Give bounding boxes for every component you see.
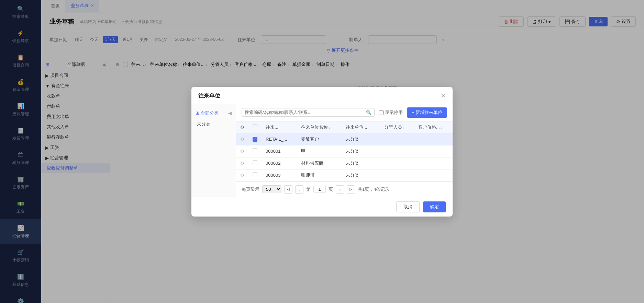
row-category: 未分类: [342, 157, 380, 169]
row-manager: [380, 145, 414, 157]
page-input[interactable]: [313, 186, 326, 193]
page-label: 页: [329, 186, 333, 193]
page-word: 第: [306, 186, 311, 193]
row-settings: ⚙: [236, 145, 248, 157]
row-check[interactable]: [248, 145, 262, 157]
cancel-button[interactable]: 取消: [396, 201, 420, 212]
total-label: 共1页，4条记录: [358, 186, 389, 193]
th-manager[interactable]: 分管人员: [380, 121, 414, 133]
next-page-btn[interactable]: ›: [336, 185, 344, 194]
row-price-level: [414, 157, 453, 169]
dialog-sidebar-header: ⊞ 全部分类 ◀: [191, 107, 236, 119]
row-code: 000003: [262, 169, 297, 181]
row-category: 未分类: [342, 145, 380, 157]
row-price-level: [414, 133, 453, 145]
sidebar-collapse-icon[interactable]: ◀: [228, 110, 232, 116]
th-settings: ⚙: [236, 121, 248, 133]
row-check[interactable]: [248, 157, 262, 169]
last-page-btn[interactable]: ⊳: [347, 185, 355, 194]
show-disabled-checkbox[interactable]: [379, 110, 384, 115]
grid-icon: ⊞: [196, 110, 199, 116]
per-page-label: 每页显示: [242, 186, 259, 193]
sidebar-item-unclassified[interactable]: 未分类: [191, 119, 236, 129]
per-page-select[interactable]: 50 10 20 100: [262, 185, 281, 193]
confirm-button[interactable]: 确定: [423, 201, 446, 212]
search-input[interactable]: [245, 110, 364, 115]
row-check[interactable]: ✓: [248, 133, 262, 145]
overlay: 往来单位 ✕ ⊞ 全部分类 ◀ 未分类 🔍: [0, 0, 644, 303]
row-name: 张师傅: [297, 169, 342, 181]
partner-dialog: 往来单位 ✕ ⊞ 全部分类 ◀ 未分类 🔍: [191, 87, 453, 217]
dialog-table: ⚙ 往来... 往来单位名称 往来单位... 分管人员 客户价格...: [236, 121, 453, 182]
row-code: 000002: [262, 157, 297, 169]
dialog-title: 往来单位: [198, 92, 220, 100]
row-settings: ⚙: [236, 133, 248, 145]
row-checkbox[interactable]: [253, 160, 257, 165]
th-code[interactable]: 往来...: [262, 121, 297, 133]
prev-page-btn[interactable]: ‹: [295, 185, 303, 194]
row-check[interactable]: [248, 169, 262, 181]
search-box[interactable]: 🔍: [242, 108, 375, 117]
dialog-header: 往来单位 ✕: [191, 87, 453, 104]
th-price[interactable]: 客户价格...: [414, 121, 453, 133]
row-checkbox[interactable]: ✓: [253, 137, 257, 142]
row-category: 未分类: [342, 133, 380, 145]
row-checkbox[interactable]: [253, 148, 257, 153]
table-row[interactable]: ⚙ ✓ RETAIL_... 零散客户 未分类: [236, 133, 453, 145]
check-all-box[interactable]: [253, 124, 257, 129]
row-category: 未分类: [342, 169, 380, 181]
row-settings: ⚙: [236, 157, 248, 169]
table-row[interactable]: ⚙ 000002 材料供应商 未分类: [236, 157, 453, 169]
add-partner-button[interactable]: + 新增往来单位: [407, 107, 447, 118]
dialog-body: ⊞ 全部分类 ◀ 未分类 🔍 显示停用: [191, 104, 453, 197]
dialog-toolbar: 🔍 显示停用 + 新增往来单位: [236, 104, 453, 121]
row-price-level: [414, 169, 453, 181]
first-page-btn[interactable]: ⊲: [284, 185, 292, 194]
th-name[interactable]: 往来单位名称: [297, 121, 342, 133]
row-name: 甲: [297, 145, 342, 157]
th-category[interactable]: 往来单位...: [342, 121, 380, 133]
row-name: 零散客户: [297, 133, 342, 145]
dialog-actions: 取消 确定: [191, 197, 453, 217]
table-row[interactable]: ⚙ 000001 甲 未分类: [236, 145, 453, 157]
search-icon: 🔍: [366, 110, 371, 115]
row-manager: [380, 133, 414, 145]
table-row[interactable]: ⚙ 000003 张师傅 未分类: [236, 169, 453, 181]
row-code: 000001: [262, 145, 297, 157]
row-manager: [380, 169, 414, 181]
dialog-close-icon[interactable]: ✕: [441, 93, 446, 99]
show-disabled-label[interactable]: 显示停用: [379, 109, 403, 116]
row-settings: ⚙: [236, 169, 248, 181]
dialog-pagination: 每页显示 50 10 20 100 ⊲ ‹ 第 页 › ⊳ 共1页，4条记录: [236, 182, 453, 197]
row-checkbox[interactable]: [253, 172, 257, 177]
row-name: 材料供应商: [297, 157, 342, 169]
dialog-sidebar: ⊞ 全部分类 ◀ 未分类: [191, 104, 236, 197]
row-manager: [380, 157, 414, 169]
row-price-level: [414, 145, 453, 157]
row-code: RETAIL_...: [262, 133, 297, 145]
th-check: [248, 121, 262, 133]
dialog-main: 🔍 显示停用 + 新增往来单位 ⚙: [236, 104, 453, 197]
